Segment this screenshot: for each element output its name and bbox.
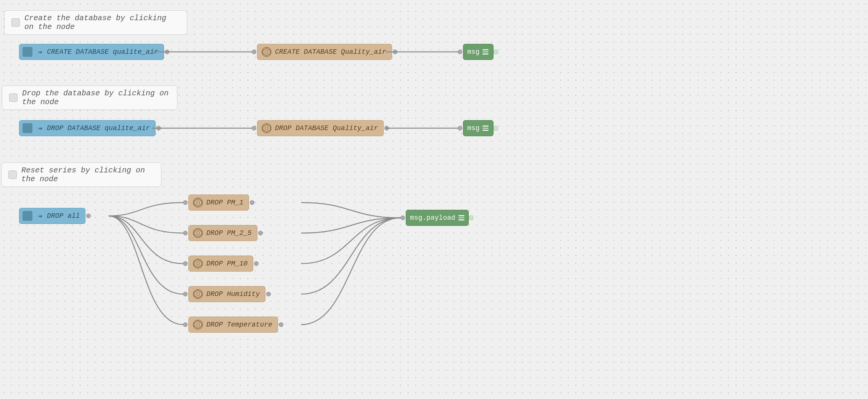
comment-icon-2 [9,93,18,102]
sqlite-node-5[interactable]: DROP PM_10 [183,256,259,272]
sqlite-icon-5 [193,258,203,269]
comment-icon-1 [11,18,20,27]
sqlite-icon-4 [193,228,203,238]
inject-arrow-2: ⇒ [35,124,44,132]
svg-marker-19 [194,321,202,328]
sqlite-output-port-7 [279,322,283,327]
comment-text-2: Drop the database by clicking on the nod… [22,89,170,106]
sqlite-output-port-3 [250,200,254,205]
svg-marker-1 [263,48,270,56]
sqlite-icon-7 [193,319,203,330]
debug-status-dot-1 [493,50,498,54]
sqlite-input-port-4 [183,231,188,235]
sqlite-body-4: DROP PM_2_5 [188,225,257,241]
svg-point-2 [265,50,268,53]
sqlite-label-7: DROP Temperature [206,321,272,328]
sqlite-output-port-6 [266,292,271,296]
inject-arrow-3: ⇒ [35,212,44,220]
inject-output-port-3 [86,214,91,218]
sqlite-input-port-6 [183,292,188,296]
inject-arrow-1: ⇒ [35,48,44,56]
inject-square-3 [23,211,32,221]
debug-input-port-2 [458,126,462,130]
svg-marker-13 [194,260,202,267]
debug-lines-1 [482,49,489,55]
debug-lines-2 [482,125,489,131]
svg-marker-16 [194,290,202,298]
sqlite-node-2[interactable]: DROP DATABASE Quality_air [252,120,389,136]
sqlite-body-6: DROP Humidity [188,286,265,302]
sqlite-label-5: DROP PM_10 [206,260,248,267]
sqlite-body-1: CREATE DATABASE Quality_air [257,44,392,60]
sqlite-node-1[interactable]: CREATE DATABASE Quality_air [252,44,397,60]
inject-node-1[interactable]: ⇒ CREATE DATABASE qualite_air [19,44,169,60]
sqlite-node-3[interactable]: DROP PM_1 [183,195,254,211]
debug-node-3[interactable]: msg.payload [400,210,473,226]
sqlite-input-port-7 [183,322,188,327]
comment-text-3: Reset series by clicking on the node [21,166,154,183]
sqlite-label-1: CREATE DATABASE Quality_air [275,48,386,56]
debug-label-1: msg [467,48,479,56]
sqlite-icon-2 [261,123,272,134]
svg-point-8 [196,201,199,204]
sqlite-body-7: DROP Temperature [188,317,278,333]
inject-node-3[interactable]: ⇒ DROP all [19,208,91,224]
debug-input-port-3 [400,216,405,220]
inject-label-2: DROP DATABASE qualite_air [47,124,150,132]
comment-icon-3 [8,171,17,179]
sqlite-output-port-5 [254,261,259,266]
comment-node-3[interactable]: Reset series by clicking on the node [1,162,161,187]
debug-node-2[interactable]: msg [458,120,498,136]
sqlite-input-port-1 [252,50,256,54]
sqlite-label-2: DROP DATABASE Quality_air [275,124,378,132]
sqlite-input-port-3 [183,200,188,205]
sqlite-body-5: DROP PM_10 [188,256,253,272]
comment-node-2[interactable]: Drop the database by clicking on the nod… [2,85,177,110]
comment-text-1: Create the database by clicking on the n… [24,14,180,31]
debug-label-3: msg.payload [410,214,455,222]
sqlite-output-port-4 [258,231,263,235]
sqlite-body-3: DROP PM_1 [188,195,249,211]
debug-input-port-1 [458,50,462,54]
comment-node-1[interactable]: Create the database by clicking on the n… [4,10,187,35]
sqlite-node-4[interactable]: DROP PM_2_5 [183,225,263,241]
svg-point-11 [196,232,199,235]
svg-marker-10 [194,229,202,237]
sqlite-node-7[interactable]: DROP Temperature [183,317,283,333]
sqlite-output-port-2 [384,126,389,130]
sqlite-input-port-5 [183,261,188,266]
debug-body-3: msg.payload [406,210,469,226]
svg-marker-7 [194,199,202,206]
svg-point-20 [196,323,199,326]
debug-lines-3 [458,215,465,220]
svg-point-5 [265,127,268,130]
debug-body-2: msg [463,120,493,136]
inject-label-3: DROP all [47,212,80,220]
sqlite-label-4: DROP PM_2_5 [206,229,252,237]
sqlite-label-6: DROP Humidity [206,290,260,298]
inject-output-port-1 [165,50,169,54]
svg-point-0 [262,47,271,56]
inject-body-2: ⇒ DROP DATABASE qualite_air [19,120,156,136]
svg-point-12 [193,259,203,268]
sqlite-body-2: DROP DATABASE Quality_air [257,120,384,136]
inject-output-port-2 [156,126,161,130]
sqlite-node-6[interactable]: DROP Humidity [183,286,271,302]
inject-square-2 [23,123,32,133]
sqlite-icon-3 [193,197,203,208]
sqlite-label-3: DROP PM_1 [206,199,243,206]
debug-label-2: msg [467,124,479,132]
inject-node-2[interactable]: ⇒ DROP DATABASE qualite_air [19,120,161,136]
svg-point-17 [196,293,199,296]
debug-node-1[interactable]: msg [458,44,498,60]
debug-body-1: msg [463,44,493,60]
svg-point-9 [193,228,203,238]
svg-point-6 [193,198,203,207]
svg-point-3 [262,124,271,133]
svg-marker-4 [263,124,270,132]
sqlite-icon-6 [193,289,203,299]
sqlite-icon-1 [261,47,272,57]
inject-label-1: CREATE DATABASE qualite_air [47,48,158,56]
svg-point-15 [193,290,203,299]
svg-point-18 [193,320,203,329]
